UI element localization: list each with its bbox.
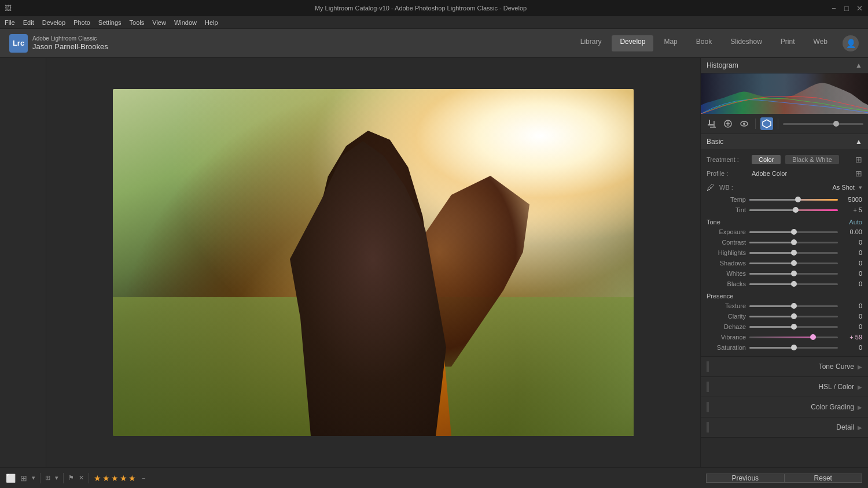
highlights-value: 0 [841,249,862,256]
exposure-thumb[interactable] [791,229,797,235]
clarity-thumb[interactable] [791,313,797,319]
exposure-slider[interactable] [749,231,838,233]
tool-slider-thumb[interactable] [833,121,839,127]
reject-btn[interactable]: ✕ [79,474,84,482]
exposure-value: 0.00 [841,228,862,235]
contrast-slider[interactable] [749,242,838,243]
color-treatment-btn[interactable]: Color [752,155,781,164]
dehaze-fill [749,326,794,328]
histogram-toggle[interactable]: ▲ [855,61,862,69]
highlights-slider[interactable] [749,252,838,254]
tone-curve-panel[interactable]: Tone Curve ▶ [701,357,868,377]
saturation-thumb[interactable] [791,345,797,350]
blacks-slider[interactable] [749,283,838,285]
heal-tool[interactable] [722,117,734,130]
profile-grid-icon[interactable]: ⊞ [855,169,862,178]
highlights-thumb[interactable] [791,250,797,256]
grid-overlay-2[interactable]: ▾ [55,474,58,482]
saturation-slider[interactable] [749,347,838,349]
vibrance-label: Vibrance [707,334,746,341]
svg-rect-1 [708,124,713,125]
grid-view-btn[interactable]: ⊞ [20,474,27,483]
menu-view[interactable]: View [152,19,166,26]
menu-settings[interactable]: Settings [98,19,122,26]
module-web[interactable]: Web [806,35,836,51]
hsl-color-arrow: ▶ [858,384,862,390]
basic-panel-toggle[interactable]: ▲ [855,138,862,146]
exposure-slider-row: Exposure 0.00 [701,227,868,237]
module-print[interactable]: Print [773,35,803,51]
bottom-actions: Previous Reset [706,474,862,483]
menu-tools[interactable]: Tools [130,19,145,26]
dehaze-slider[interactable] [749,326,838,328]
temp-label: Temp [707,196,746,203]
contrast-slider-row: Contrast 0 [701,237,868,247]
tint-thumb[interactable] [793,207,799,213]
temp-thumb[interactable] [795,197,801,202]
texture-slider[interactable] [749,305,838,307]
tint-slider[interactable] [749,209,838,211]
whites-slider[interactable] [749,273,838,275]
close-button[interactable]: ✕ [855,4,863,12]
profile-row: Profile : Adobe Color ⊞ [701,167,868,180]
profile-grid-btn[interactable]: ⊞ [855,155,862,164]
detail-panel[interactable]: Detail ▶ [701,417,868,438]
histogram-svg [701,73,868,114]
temp-slider[interactable] [749,199,838,201]
texture-thumb[interactable] [791,303,797,309]
view-options[interactable]: ▾ [32,474,35,482]
tint-label: Tint [707,206,746,213]
module-book[interactable]: Book [688,35,720,51]
vibrance-slider[interactable] [749,337,838,338]
module-library[interactable]: Library [572,35,610,51]
shadows-slider[interactable] [749,263,838,264]
blacks-thumb[interactable] [791,281,797,287]
maximize-button[interactable]: □ [843,4,851,12]
grid-overlay[interactable]: ⊞ [45,474,50,482]
hsl-color-panel[interactable]: HSL / Color ▶ [701,377,868,397]
main-photo [113,89,634,436]
shadows-thumb[interactable] [791,260,797,266]
user-avatar[interactable]: 👤 [843,35,859,51]
profile-value[interactable]: Adobe Color [752,170,787,177]
star-rating[interactable]: ★★★★★ [94,474,137,483]
tone-auto[interactable]: Auto [849,219,862,225]
menu-help[interactable]: Help [205,19,218,26]
whites-thumb[interactable] [791,271,797,276]
redeye-tool[interactable] [738,117,751,130]
color-grading-panel[interactable]: Color Grading ▶ [701,397,868,417]
wb-dropdown-icon[interactable]: ▾ [859,184,862,191]
vibrance-thumb[interactable] [810,334,816,340]
svg-rect-3 [710,127,716,128]
reset-button[interactable]: Reset [784,474,863,483]
svg-rect-2 [713,121,715,127]
eyedropper-tool[interactable]: 🖊 [707,183,715,192]
histogram-header[interactable]: Histogram ▲ [701,58,868,73]
contrast-thumb[interactable] [791,239,797,245]
previous-button[interactable]: Previous [706,474,784,483]
tool-slider[interactable] [783,123,863,125]
crop-tool[interactable] [705,117,718,130]
dehaze-thumb[interactable] [791,324,797,330]
bw-treatment-btn[interactable]: Black & White [785,155,838,164]
menu-file[interactable]: File [5,19,15,26]
basic-panel-header[interactable]: Basic ▲ [701,134,868,149]
single-view-btn[interactable]: ⬜ [6,474,16,483]
module-slideshow[interactable]: Slideshow [722,35,770,51]
menu-develop[interactable]: Develop [42,19,65,26]
menu-photo[interactable]: Photo [73,19,90,26]
minimize-button[interactable]: − [830,4,838,12]
title-bar: 🖼 My Lightroom Catalog-v10 - Adobe Photo… [0,0,868,16]
module-develop[interactable]: Develop [612,35,653,51]
masking-tool[interactable] [760,117,773,130]
menu-window[interactable]: Window [174,19,197,26]
module-map[interactable]: Map [656,35,685,51]
wb-value[interactable]: As Shot ▾ [832,184,862,191]
flag-btn[interactable]: ⚑ [68,474,74,482]
menu-edit[interactable]: Edit [23,19,34,26]
tools-row [701,114,868,134]
clarity-label: Clarity [707,313,746,320]
clarity-slider[interactable] [749,316,838,317]
rating-minus[interactable]: − [142,475,145,482]
crop-icon [707,119,716,128]
